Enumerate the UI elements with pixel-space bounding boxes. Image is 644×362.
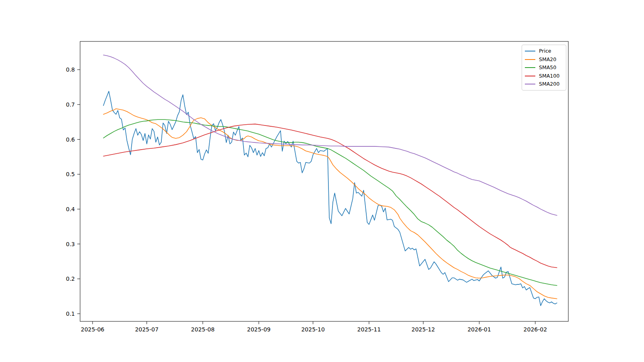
y-tick-label: 0.7 xyxy=(66,101,75,108)
y-tick-label: 0.3 xyxy=(66,241,75,247)
x-tick-label: 2026-02 xyxy=(524,326,547,333)
series-sma200 xyxy=(103,55,557,216)
y-tick-label: 0.5 xyxy=(66,171,75,177)
figure-canvas: 2025-062025-072025-082025-092025-102025-… xyxy=(0,0,644,362)
x-axis: 2025-062025-072025-082025-092025-102025-… xyxy=(81,321,547,333)
x-tick-label: 2025-10 xyxy=(301,326,325,333)
y-tick-label: 0.2 xyxy=(66,276,75,282)
plot-border xyxy=(80,41,568,321)
legend-line-swatch xyxy=(525,84,535,84)
x-tick-label: 2025-06 xyxy=(81,326,105,333)
legend-item-label: SMA200 xyxy=(539,82,559,87)
x-tick-label: 2025-12 xyxy=(411,326,435,333)
x-tick-label: 2026-01 xyxy=(467,326,491,333)
legend-item-sma20: SMA20 xyxy=(525,56,563,64)
legend-item-sma50: SMA50 xyxy=(525,64,563,72)
legend-line-swatch xyxy=(525,51,535,51)
series-sma50 xyxy=(103,119,557,286)
legend-item-label: Price xyxy=(539,49,551,54)
legend-line-swatch xyxy=(525,76,535,76)
x-tick-label: 2025-08 xyxy=(191,326,215,333)
x-tick-label: 2025-09 xyxy=(247,326,271,333)
legend-item-label: SMA100 xyxy=(539,74,559,79)
legend-item-sma100: SMA100 xyxy=(525,72,563,80)
legend: Price SMA20 SMA50 SMA100 SMA200 xyxy=(522,45,566,90)
legend-item-price: Price xyxy=(525,47,563,56)
y-axis: 0.10.20.30.40.50.60.70.8 xyxy=(66,66,80,317)
x-tick-label: 2025-07 xyxy=(135,326,159,333)
y-tick-label: 0.8 xyxy=(66,66,75,73)
legend-line-swatch xyxy=(525,59,535,60)
y-tick-label: 0.1 xyxy=(66,311,75,317)
legend-item-label: SMA50 xyxy=(539,65,556,70)
series-sma100 xyxy=(103,124,557,267)
legend-line-swatch xyxy=(525,67,535,68)
series-sma20 xyxy=(103,109,557,298)
y-tick-label: 0.4 xyxy=(66,206,75,212)
legend-item-sma200: SMA200 xyxy=(525,80,563,88)
y-tick-label: 0.6 xyxy=(66,136,75,143)
series-price xyxy=(103,91,557,306)
x-tick-label: 2025-11 xyxy=(357,326,381,333)
legend-item-label: SMA20 xyxy=(539,57,556,62)
